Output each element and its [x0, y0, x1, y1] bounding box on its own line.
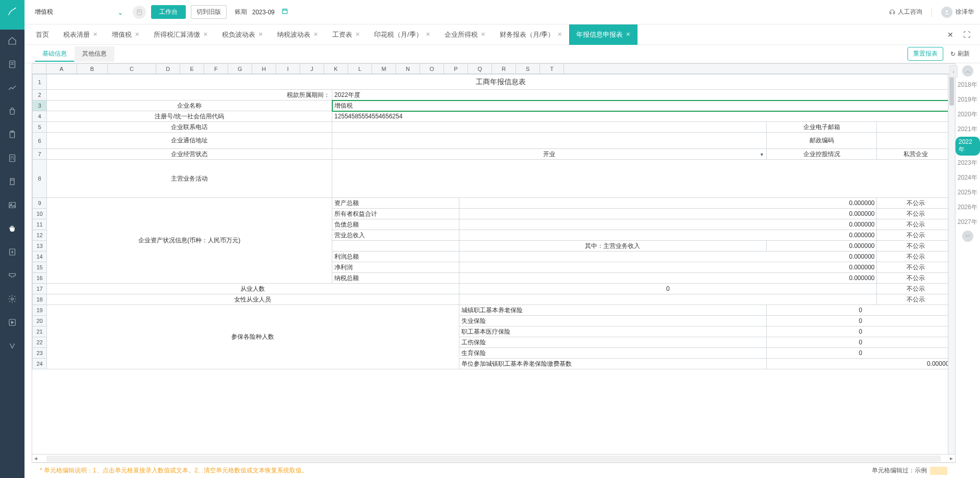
app-logo-icon[interactable] — [0, 0, 24, 24]
row-header-13[interactable]: 13 — [33, 241, 47, 251]
publish-dropdown[interactable]: 不公示 — [877, 294, 955, 305]
row-header-15[interactable]: 15 — [33, 262, 47, 273]
col-header-I[interactable]: I — [276, 64, 300, 73]
row-header-18[interactable]: 18 — [33, 294, 47, 305]
note-icon[interactable] — [133, 6, 146, 19]
horizontal-scrollbar[interactable]: ◄ ► — [32, 454, 955, 462]
row-header-3[interactable]: 3 — [33, 100, 47, 111]
row-header-2[interactable]: 2 — [33, 90, 47, 100]
row-header-12[interactable]: 12 — [33, 230, 47, 241]
col-header-K[interactable]: K — [324, 64, 348, 73]
col-header-T[interactable]: T — [540, 64, 564, 73]
col-header-N[interactable]: N — [396, 64, 420, 73]
grid-body[interactable]: 1工商年报信息表2税款所属期间：2022年度3企业名称增值税4注册号/统一社会信… — [32, 74, 955, 454]
rail-collapse-icon[interactable]: › — [949, 65, 958, 78]
year-2019年[interactable]: 2019年 — [955, 92, 980, 107]
row-header-6[interactable]: 6 — [33, 133, 47, 149]
v-icon[interactable] — [5, 339, 19, 353]
year-2021年[interactable]: 2021年 — [955, 122, 980, 137]
status-dropdown[interactable]: 开业 — [332, 149, 767, 160]
row-header-22[interactable]: 22 — [33, 337, 47, 348]
home-icon[interactable] — [5, 34, 19, 48]
col-header-S[interactable]: S — [516, 64, 540, 73]
tab-close-icon[interactable]: ✕ — [93, 31, 97, 38]
year-2018年[interactable]: 2018年 — [955, 78, 980, 92]
col-header-M[interactable]: M — [372, 64, 396, 73]
row-header-14[interactable]: 14 — [33, 251, 47, 262]
workspace-button[interactable]: 工作台 — [151, 5, 186, 19]
col-header-D[interactable]: D — [156, 64, 180, 73]
calc-icon[interactable] — [5, 151, 19, 165]
tab-close-icon[interactable]: ✕ — [135, 31, 139, 38]
reset-report-button[interactable]: 重置报表 — [908, 47, 943, 61]
year-2020年[interactable]: 2020年 — [955, 107, 980, 122]
row-header-24[interactable]: 24 — [33, 359, 47, 369]
switch-old-button[interactable]: 切到旧版 — [191, 5, 227, 19]
col-header-C[interactable]: C — [108, 64, 156, 73]
publish-dropdown[interactable]: 不公示 — [877, 262, 955, 273]
row-header-20[interactable]: 20 — [33, 316, 47, 326]
row-header-16[interactable]: 16 — [33, 273, 47, 284]
row-header-10[interactable]: 10 — [33, 209, 47, 219]
export-icon[interactable] — [5, 245, 19, 259]
holding-dropdown[interactable]: 私营企业 — [877, 149, 955, 160]
tab-年报信息申报表[interactable]: 年报信息申报表✕ — [569, 24, 638, 45]
tab-首页[interactable]: 首页 — [29, 24, 56, 45]
row-header-23[interactable]: 23 — [33, 348, 47, 359]
col-header-G[interactable]: G — [228, 64, 252, 73]
column-icon[interactable] — [5, 174, 19, 189]
year-down-icon[interactable]: ﹀ — [962, 231, 973, 242]
col-header-E[interactable]: E — [180, 64, 204, 73]
row-header-1[interactable]: 1 — [33, 74, 47, 90]
publish-dropdown[interactable]: 不公示 — [877, 284, 955, 294]
tab-财务报表（月/季）[interactable]: 财务报表（月/季）✕ — [493, 24, 570, 45]
tab-企业所得税[interactable]: 企业所得税✕ — [437, 24, 493, 45]
period-value[interactable]: 2023-09 — [252, 9, 275, 16]
company-selector[interactable]: 增值税 ⌄ — [31, 5, 128, 19]
doc-icon[interactable] — [5, 57, 19, 71]
row-header-8[interactable]: 8 — [33, 160, 47, 198]
tab-close-icon[interactable]: ✕ — [203, 31, 208, 38]
col-header-R[interactable]: R — [492, 64, 516, 73]
scroll-right-icon[interactable]: ► — [948, 456, 955, 461]
row-header-4[interactable]: 4 — [33, 111, 47, 122]
row-header-19[interactable]: 19 — [33, 305, 47, 316]
fullscreen-icon[interactable]: ⛶ — [961, 29, 973, 41]
scroll-left-icon[interactable]: ◄ — [32, 456, 39, 461]
publish-dropdown[interactable]: 不公示 — [877, 241, 955, 251]
calendar-icon[interactable] — [281, 8, 288, 16]
col-header-A[interactable]: A — [46, 64, 77, 73]
publish-dropdown[interactable]: 不公示 — [877, 198, 955, 209]
publish-dropdown[interactable]: 不公示 — [877, 273, 955, 284]
company-name-cell[interactable]: 增值税 — [332, 100, 955, 111]
support-link[interactable]: 人工咨询 — [889, 8, 922, 16]
col-header-P[interactable]: P — [444, 64, 468, 73]
row-header-21[interactable]: 21 — [33, 326, 47, 337]
tab-增值税[interactable]: 增值税✕ — [105, 24, 146, 45]
select-all-corner[interactable] — [32, 64, 46, 73]
tab-close-icon[interactable]: ✕ — [557, 31, 562, 38]
close-all-icon[interactable]: ✕ — [944, 29, 957, 41]
publish-dropdown[interactable]: 不公示 — [877, 209, 955, 219]
row-header-17[interactable]: 17 — [33, 284, 47, 294]
tab-税表清册[interactable]: 税表清册✕ — [56, 24, 105, 45]
tab-close-icon[interactable]: ✕ — [258, 31, 263, 38]
row-header-7[interactable]: 7 — [33, 149, 47, 160]
tab-close-icon[interactable]: ✕ — [313, 31, 318, 38]
col-header-L[interactable]: L — [348, 64, 372, 73]
col-header-H[interactable]: H — [252, 64, 276, 73]
col-header-O[interactable]: O — [420, 64, 444, 73]
subtab-基础信息[interactable]: 基础信息 — [35, 46, 75, 62]
tab-印花税（月/季）[interactable]: 印花税（月/季）✕ — [367, 24, 437, 45]
vertical-scrollbar[interactable] — [948, 74, 955, 454]
year-2027年[interactable]: 2027年 — [955, 215, 980, 230]
year-2025年[interactable]: 2025年 — [955, 185, 980, 200]
tab-纳税波动表[interactable]: 纳税波动表✕ — [270, 24, 325, 45]
col-header-J[interactable]: J — [300, 64, 324, 73]
year-up-icon[interactable]: ︿ — [962, 65, 973, 77]
inbox-icon[interactable] — [5, 268, 19, 283]
publish-dropdown[interactable]: 不公示 — [877, 219, 955, 230]
col-header-Q[interactable]: Q — [468, 64, 492, 73]
subtab-其他信息[interactable]: 其他信息 — [75, 46, 114, 62]
tab-税负波动表[interactable]: 税负波动表✕ — [215, 24, 270, 45]
